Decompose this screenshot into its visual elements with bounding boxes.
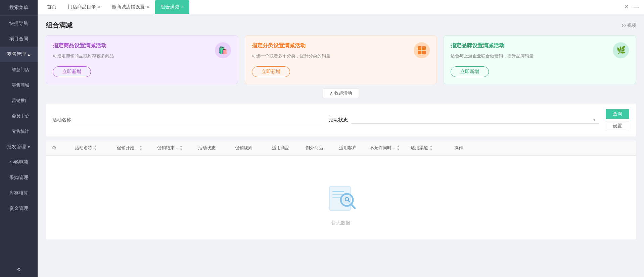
activity-name-field: 活动名称 — [52, 116, 322, 124]
th-exception: 例外商品 — [297, 145, 331, 151]
chevron-down-icon: ▼ — [592, 117, 596, 122]
brand-add-button[interactable]: 立即新增 — [451, 66, 489, 77]
data-table: ⚙ 活动名称 ▲▼ 促销开始... ▲▼ 促销结束... ▲▼ 活动状态 — [46, 141, 636, 239]
goods-card-icon: 🛍️ — [215, 42, 231, 58]
activity-status-select[interactable]: ▼ — [351, 116, 599, 124]
th-rule-label: 促销规则 — [235, 145, 252, 151]
sidebar-item-quick-nav[interactable]: 快捷导航 — [0, 16, 38, 31]
tab-controls: ✕ — — [623, 3, 640, 11]
empty-illustration — [321, 176, 361, 216]
sidebar-item-retail-management[interactable]: 零售管理 ▲ — [0, 47, 38, 62]
svg-point-11 — [342, 196, 351, 204]
sidebar-item-label: 零售统计 — [12, 128, 29, 134]
tab-store-catalog[interactable]: 门店商品目录 × — [62, 0, 106, 14]
th-settings[interactable]: ⚙ — [46, 145, 62, 151]
svg-rect-1 — [422, 46, 426, 50]
query-button[interactable]: 查询 — [606, 109, 629, 119]
th-goods: 适用商品 — [264, 145, 297, 151]
activity-card-goods: 🛍️ 指定商品设置满减活动 可指定滞销商品或库存较多商品 立即新增 — [46, 35, 238, 84]
tab-wechat-store[interactable]: 微商城店铺设置 × — [106, 0, 154, 14]
th-end[interactable]: 促销结束... ▲▼ — [150, 145, 190, 151]
th-name[interactable]: 活动名称 ▲▼ — [62, 145, 109, 151]
category-add-button[interactable]: 立即新增 — [252, 66, 290, 77]
sidebar-item-member-center[interactable]: 会员中心 — [0, 108, 38, 124]
sidebar-item-label: 项目合同 — [9, 36, 28, 42]
tabbar: 首页 门店商品目录 × 微商城店铺设置 × 组合满减 × ✕ — — [38, 0, 644, 14]
empty-text: 暂无数据 — [331, 220, 350, 226]
brand-card-icon: 🌿 — [613, 42, 629, 58]
th-no-concurrent[interactable]: 不允许同时... ▲▼ — [365, 145, 405, 151]
th-status-label: 活动状态 — [198, 145, 216, 151]
table-header: ⚙ 活动名称 ▲▼ 促销开始... ▲▼ 促销结束... ▲▼ 活动状态 — [46, 141, 636, 156]
sidebar-settings[interactable]: ⚙ — [0, 262, 38, 277]
activity-card-brand: 🌿 指定品牌设置满减活动 适合与上游企业联合做营销，提升品牌销量 立即新增 — [444, 35, 636, 84]
sidebar-item-finance[interactable]: 资金管理 — [0, 201, 38, 216]
main-area: 首页 门店商品目录 × 微商城店铺设置 × 组合满减 × ✕ — 组合满减 ⊙ … — [38, 0, 644, 277]
th-start[interactable]: 促销开始... ▲▼ — [109, 145, 150, 151]
sort-icon: ▲▼ — [397, 145, 400, 151]
sidebar-search[interactable]: 搜索菜单 — [0, 0, 38, 16]
video-link[interactable]: ⊙ 视频 — [622, 22, 636, 29]
sidebar-item-label: 零售管理 — [7, 51, 26, 57]
sort-icon: ▲▼ — [179, 145, 183, 151]
sidebar-item-inventory[interactable]: 库存核算 — [0, 185, 38, 201]
sidebar-item-project-contract[interactable]: 项目合同 — [0, 31, 38, 47]
sidebar: 搜索菜单 快捷导航 项目合同 零售管理 ▲ 智慧门店 零售商城 营销推广 会员中… — [0, 0, 38, 277]
tab-label: 微商城店铺设置 — [112, 4, 145, 10]
tab-close-icon[interactable]: × — [98, 5, 100, 9]
tab-label: 门店商品目录 — [68, 4, 96, 10]
search-bar: 活动名称 活动状态 ▼ 查询 设置 — [46, 104, 636, 136]
th-action: 操作 — [439, 145, 479, 151]
th-channel-label: 适用渠道 — [411, 145, 428, 151]
page-content: 组合满减 ⊙ 视频 🛍️ 指定商品设置满减活动 可指定滞销商品或库存较多商品 立… — [38, 14, 644, 277]
th-customer: 适用客户 — [331, 145, 365, 151]
tab-combo-discount[interactable]: 组合满减 × — [155, 0, 189, 14]
gear-icon: ⚙ — [17, 267, 21, 272]
activity-name-input[interactable] — [75, 116, 322, 124]
activity-name-label: 活动名称 — [52, 117, 71, 123]
th-channel[interactable]: 适用渠道 ▲▼ — [405, 145, 439, 151]
tab-home[interactable]: 首页 — [42, 0, 62, 14]
goods-card-desc: 可指定滞销商品或库存较多商品 — [53, 53, 231, 60]
close-all-button[interactable]: ✕ — [623, 3, 630, 11]
sidebar-item-label: 资金管理 — [9, 206, 28, 212]
sidebar-item-wholesale[interactable]: 批发管理 ▼ — [0, 139, 38, 155]
activity-status-field: 活动状态 ▼ — [329, 116, 599, 124]
page-header: 组合满减 ⊙ 视频 — [46, 21, 636, 30]
tab-label: 组合满减 — [160, 4, 179, 10]
settings-button[interactable]: 设置 — [606, 121, 629, 131]
sidebar-item-label: 库存核算 — [9, 190, 28, 196]
sidebar-item-purchase[interactable]: 采购管理 — [0, 170, 38, 185]
sidebar-item-retail-mall[interactable]: 零售商城 — [0, 77, 38, 93]
tab-close-icon[interactable]: × — [147, 5, 149, 9]
sidebar-item-xiaochangEC[interactable]: 小畅电商 — [0, 155, 38, 170]
sidebar-item-label: 小畅电商 — [9, 159, 28, 165]
sort-icon: ▲▼ — [139, 145, 142, 151]
sidebar-item-label: 快捷导航 — [9, 20, 28, 26]
category-card-desc: 可选一个或者多个分类，提升分类的销量 — [252, 53, 430, 60]
collapse-button[interactable]: ∧ 收起活动 — [323, 88, 359, 98]
sidebar-item-label: 营销推广 — [12, 98, 29, 104]
brand-card-title: 指定品牌设置满减活动 — [451, 42, 629, 49]
search-actions: 查询 设置 — [606, 109, 629, 131]
gear-icon: ⚙ — [52, 145, 56, 151]
th-action-label: 操作 — [454, 145, 463, 151]
sort-icon: ▲▼ — [94, 145, 97, 151]
activity-cards: 🛍️ 指定商品设置满减活动 可指定滞销商品或库存较多商品 立即新增 指定分类设置… — [46, 35, 636, 84]
svg-rect-7 — [332, 191, 344, 192]
th-start-label: 促销开始... — [117, 145, 138, 151]
svg-rect-2 — [418, 51, 421, 54]
sidebar-item-label: 批发管理 — [7, 144, 26, 150]
th-goods-label: 适用商品 — [272, 145, 289, 151]
empty-state: 暂无数据 — [46, 156, 636, 239]
th-name-label: 活动名称 — [75, 145, 92, 151]
th-end-label: 促销结束... — [157, 145, 178, 151]
minimize-button[interactable]: — — [633, 3, 640, 11]
goods-add-button[interactable]: 立即新增 — [53, 66, 91, 77]
sidebar-item-retail-stats[interactable]: 零售统计 — [0, 124, 38, 139]
sidebar-item-marketing[interactable]: 营销推广 — [0, 93, 38, 108]
th-status: 活动状态 — [190, 145, 224, 151]
tab-close-icon[interactable]: × — [181, 5, 184, 9]
chevron-up-icon: ▲ — [27, 53, 31, 56]
sidebar-item-smart-store[interactable]: 智慧门店 — [0, 62, 38, 77]
